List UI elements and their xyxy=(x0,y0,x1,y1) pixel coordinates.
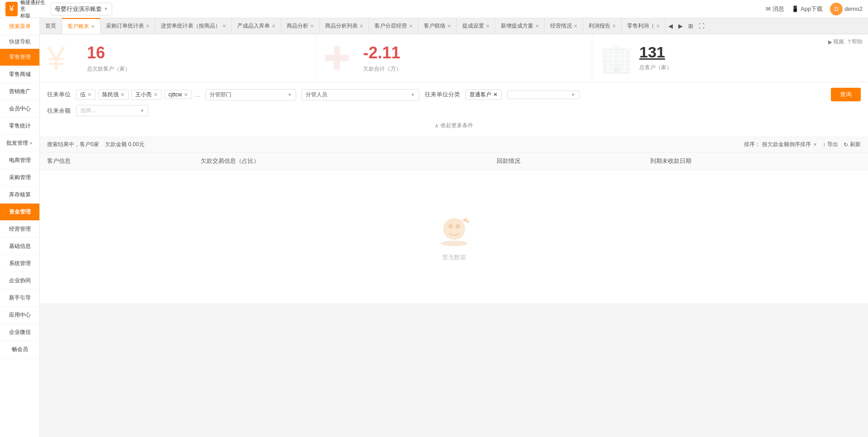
app-download-button[interactable]: 📱 App下载 xyxy=(791,5,823,13)
help-button[interactable]: ? 帮助 xyxy=(848,38,863,46)
sidebar-quick-nav[interactable]: 快捷导航 xyxy=(0,35,39,49)
tab-retail-profit[interactable]: 零售利润（ ✕ xyxy=(622,18,666,34)
tab-scroll-left[interactable]: ◀ xyxy=(666,23,676,29)
remove-tag-wu[interactable]: ✕ xyxy=(87,92,91,98)
remove-tag-wang[interactable]: ✕ xyxy=(153,92,158,98)
avatar: D xyxy=(830,3,843,15)
sidebar-item-retail-mall[interactable]: 零售商城 xyxy=(0,66,39,83)
tab-close-goods-analysis-list[interactable]: ✕ xyxy=(360,24,363,28)
sidebar-item-operations-mgmt[interactable]: 经营管理 xyxy=(0,221,39,238)
unit-class-select[interactable]: ▼ xyxy=(507,90,580,99)
video-button[interactable]: ▶ 视频 xyxy=(828,38,844,46)
tab-close-purchase-orders[interactable]: ✕ xyxy=(146,24,149,28)
col-debt-info: 欠款交易信息（占比） xyxy=(193,152,489,170)
tab-customers[interactable]: 客户账本 ✕ xyxy=(62,18,101,34)
sidebar-item-retail-stats[interactable]: 零售统计 xyxy=(0,118,39,135)
sidebar-item-app-center[interactable]: 应用中心 xyxy=(0,307,39,324)
stat-coin-icon: ¥ xyxy=(47,40,65,77)
sidebar: 搜索菜单 快捷导航 零售管理 零售商城 营销推广 会员中心 零售统计 批发管理 … xyxy=(0,18,40,437)
sidebar-search[interactable]: 搜索菜单 xyxy=(0,18,39,35)
help-icon: ? xyxy=(848,39,851,45)
refresh-icon: ↻ xyxy=(844,142,848,148)
filter-row-1: 往来单位 伍 ✕ 陈民强 ✕ 王小亮 ✕ xyxy=(47,88,861,101)
tab-new-promotion[interactable]: 新增提成方案 ✕ xyxy=(495,18,545,34)
tab-customer-segment[interactable]: 客户分层经营 ✕ xyxy=(369,18,418,34)
dept-chevron-icon: ▼ xyxy=(288,92,292,97)
remove-customer-type[interactable]: ✕ xyxy=(493,91,498,98)
filter-tags-unit: 伍 ✕ 陈民强 ✕ 王小亮 ✕ cjttcw ✕ xyxy=(76,90,200,100)
balance-select[interactable]: 选择... ▼ xyxy=(76,105,149,116)
tab-scroll-right[interactable]: ▶ xyxy=(676,23,686,29)
balance-chevron-icon: ▼ xyxy=(140,108,144,113)
sidebar-item-member[interactable]: 会员中心 xyxy=(0,100,39,118)
play-icon: ▶ xyxy=(828,39,832,45)
tab-close-promotion-settings[interactable]: ✕ xyxy=(486,24,489,28)
tab-close-retail-profit[interactable]: ✕ xyxy=(656,24,660,28)
sidebar-item-ecommerce[interactable]: 电商管理 xyxy=(0,152,39,169)
empty-state: 暂无数据 xyxy=(47,176,861,298)
tab-home[interactable]: 首页 xyxy=(40,18,62,34)
tab-close-customer-contact[interactable]: ✕ xyxy=(447,24,451,28)
tab-close-operations[interactable]: ✕ xyxy=(574,24,577,28)
sidebar-item-base-info[interactable]: 基础信息 xyxy=(0,238,39,255)
query-button[interactable]: 查询 xyxy=(831,88,861,101)
dept-select[interactable]: 分管部门 ▼ xyxy=(206,89,296,100)
data-table: 客户信息 欠款交易信息（占比） 回款情况 到期未收款日期 xyxy=(40,152,868,304)
remove-tag-cjttcw[interactable]: ✕ xyxy=(184,92,188,98)
export-button[interactable]: ↑ 导出 xyxy=(823,141,838,148)
stat-customers-label: 总欠款客户（家） xyxy=(87,65,305,73)
messages-button[interactable]: ✉ 消息 xyxy=(766,5,784,13)
content-area: 首页 客户账本 ✕ 采购订单统计表 ✕ 进货单统计表（按商品） ✕ 产成品入库单… xyxy=(40,18,868,437)
tab-production-in[interactable]: 产成品入库单 ✕ xyxy=(232,18,281,34)
customer-type-group: 普通客户 ✕ xyxy=(465,90,502,100)
account-selector[interactable]: 母婴行业演示账套 ▼ xyxy=(51,3,112,15)
sidebar-item-wholesale[interactable]: 批发管理 ▼ xyxy=(0,135,39,152)
tab-purchase-stats[interactable]: 进货单统计表（按商品） ✕ xyxy=(155,18,232,34)
sidebar-item-inventory[interactable]: 库存核算 xyxy=(0,186,39,204)
tab-close-customer-segment[interactable]: ✕ xyxy=(409,24,412,28)
tab-close-production-in[interactable]: ✕ xyxy=(272,24,275,28)
sidebar-item-purchase[interactable]: 采购管理 xyxy=(0,169,39,186)
tab-close-goods-analysis[interactable]: ✕ xyxy=(310,24,314,28)
tab-close-purchase-stats[interactable]: ✕ xyxy=(222,24,226,28)
export-icon: ↑ xyxy=(823,142,825,148)
tab-goods-analysis[interactable]: 商品分析 ✕ xyxy=(281,18,320,34)
empty-text: 暂无数据 xyxy=(442,253,466,261)
tab-goods-analysis-list[interactable]: 商品分析列表 ✕ xyxy=(320,18,369,34)
download-icon: 📱 xyxy=(791,5,799,12)
col-payment-status: 回款情况 xyxy=(489,152,643,170)
filter-tag-wang: 王小亮 ✕ xyxy=(131,90,162,100)
sidebar-item-marketing[interactable]: 营销推广 xyxy=(0,83,39,100)
svg-point-1 xyxy=(443,218,465,240)
remove-tag-chen[interactable]: ✕ xyxy=(120,92,125,98)
tab-close-new-promotion[interactable]: ✕ xyxy=(535,24,539,28)
sidebar-item-retail[interactable]: 零售管理 xyxy=(0,49,39,66)
tab-profit-report[interactable]: 利润报告 ✕ xyxy=(583,18,622,34)
tab-close-profit-report[interactable]: ✕ xyxy=(612,24,616,28)
results-bar: 搜索结果中，客户0家 欠款金额 0.00元 排序： 按欠款金额倒序排序 ▼ ↑ … xyxy=(40,137,868,152)
tab-fullscreen[interactable]: ⛶ xyxy=(696,23,707,29)
main-layout: 搜索菜单 快捷导航 零售管理 零售商城 营销推广 会员中心 零售统计 批发管理 … xyxy=(0,18,868,437)
tab-menu[interactable]: ⊞ xyxy=(686,23,696,29)
tab-operations[interactable]: 经营情况 ✕ xyxy=(545,18,583,34)
query-btn-container: 查询 xyxy=(831,88,861,101)
user-profile[interactable]: D demo2 xyxy=(830,3,863,15)
top-bar: ¥ 畅捷通好生意 标版 母婴行业演示账套 ▼ ✉ 消息 📱 App下载 D de… xyxy=(0,0,868,18)
tab-purchase-orders[interactable]: 采购订单统计表 ✕ xyxy=(101,18,155,34)
customer-type-tag: 普通客户 ✕ xyxy=(465,90,502,100)
tab-promotion-settings[interactable]: 提成设置 ✕ xyxy=(457,18,495,34)
refresh-button[interactable]: ↻ 刷新 xyxy=(844,141,861,148)
sidebar-item-enterprise-coop[interactable]: 企业协同 xyxy=(0,272,39,290)
sidebar-item-enterprise-wechat[interactable]: 企业微信 xyxy=(0,324,39,341)
results-summary: 搜索结果中，客户0家 欠款金额 0.00元 xyxy=(47,141,144,148)
tab-customer-contact[interactable]: 客户联络 ✕ xyxy=(418,18,457,34)
collapse-button[interactable]: ∧ 收起更多条件 xyxy=(47,120,861,131)
sidebar-item-system[interactable]: 系统管理 xyxy=(0,255,39,272)
sidebar-item-finance[interactable]: 资金管理 xyxy=(0,204,39,221)
filter-more-btn[interactable]: ... xyxy=(195,91,200,98)
person-select[interactable]: 分管人员 ▼ xyxy=(302,89,419,100)
tab-close-customers[interactable]: ✕ xyxy=(91,24,95,29)
sidebar-item-premium-member[interactable]: 畅会员 xyxy=(0,341,39,358)
filter-tag-cjttcw: cjttcw ✕ xyxy=(164,90,192,99)
sidebar-item-new-guide[interactable]: 新手引导 xyxy=(0,290,39,307)
